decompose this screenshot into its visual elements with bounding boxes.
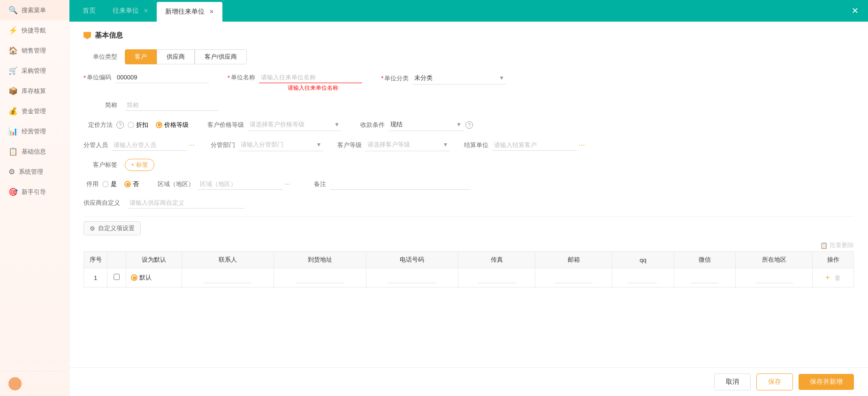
tab-partners[interactable]: 往来单位 ✕ xyxy=(104,0,157,22)
save-add-button[interactable]: 保存并新增 xyxy=(799,374,854,390)
tab-partners-close[interactable]: ✕ xyxy=(144,8,148,14)
sidebar-item-inventory[interactable]: 📦 库存核算 xyxy=(0,81,69,101)
row-qq[interactable] xyxy=(612,268,674,287)
manager-input[interactable] xyxy=(112,140,187,151)
col-action: 操作 xyxy=(813,252,854,268)
settlement-more-btn[interactable]: ··· xyxy=(577,141,586,149)
settlement-group: 结算单位 ··· xyxy=(464,140,586,151)
unit-type-row: 单位类型 客户 供应商 客户/供应商 xyxy=(84,49,854,64)
pricing-row: 定价方法 ? 折扣 价格等级 客户价格等级 请选择客户价格等级 xyxy=(84,118,854,131)
tab-home[interactable]: 首页 xyxy=(74,0,104,22)
cancel-button[interactable]: 取消 xyxy=(714,373,751,390)
window-close-button[interactable]: ✕ xyxy=(847,6,863,16)
row-location-input[interactable] xyxy=(755,272,793,283)
row-add-btn[interactable]: + xyxy=(825,273,830,281)
pricing-help-icon[interactable]: ? xyxy=(116,121,124,129)
batch-delete-label[interactable]: 批量删除 xyxy=(830,241,854,249)
sidebar-item-system[interactable]: ⚙ 系统管理 xyxy=(0,162,69,182)
row-contact[interactable] xyxy=(182,268,274,287)
basic-info-icon: 📋 xyxy=(8,147,18,156)
region-input[interactable] xyxy=(198,179,282,190)
tag-add-btn[interactable]: + 标签 xyxy=(125,159,154,171)
row-location[interactable] xyxy=(736,268,813,287)
row-delete-btn[interactable]: 🗑 xyxy=(834,274,841,281)
unit-btn-supplier[interactable]: 供应商 xyxy=(157,49,195,64)
disabled-radio-yes[interactable]: 是 xyxy=(102,180,117,188)
row-check[interactable] xyxy=(114,274,120,280)
col-contact: 联系人 xyxy=(182,252,274,268)
pricing-radio-discount[interactable]: 折扣 xyxy=(128,121,148,129)
radio-yes-circle xyxy=(102,181,109,187)
unit-category-value: 未分类 xyxy=(414,74,497,82)
custom-settings-btn[interactable]: ⚙ 自定义项设置 xyxy=(84,221,141,235)
payment-terms-select[interactable]: 现结 ▼ xyxy=(388,118,464,131)
settlement-label: 结算单位 xyxy=(464,141,492,149)
disabled-radio-group: 是 否 xyxy=(102,180,139,188)
sidebar-item-quick-nav[interactable]: ⚡ 快捷导航 xyxy=(0,20,69,40)
cust-level-arrow: ▼ xyxy=(442,141,448,148)
row-phone-input[interactable] xyxy=(388,272,435,283)
row-address[interactable] xyxy=(274,268,366,287)
col-seq: 序号 xyxy=(84,252,107,268)
sidebar-item-search[interactable]: 🔍 搜索菜单 xyxy=(0,0,69,20)
row-email-input[interactable] xyxy=(555,272,593,283)
row-checkbox[interactable] xyxy=(107,268,126,287)
sidebar-item-purchase[interactable]: 🛒 采购管理 xyxy=(0,61,69,81)
sidebar-item-guide[interactable]: 🎯 新手引导 xyxy=(0,182,69,202)
tab-new-partner[interactable]: 新增往来单位 ✕ xyxy=(157,2,222,22)
row-contact-input[interactable] xyxy=(204,272,251,283)
unit-category-select[interactable]: 未分类 ▼ xyxy=(412,72,506,85)
sidebar-item-finance[interactable]: 💰 资金管理 xyxy=(0,101,69,121)
col-region: 所在地区 xyxy=(736,252,813,268)
disabled-label: 停用 xyxy=(84,180,102,188)
col-checkbox xyxy=(107,252,126,268)
cust-price-level-arrow: ▼ xyxy=(334,121,340,128)
system-icon: ⚙ xyxy=(8,167,15,176)
short-name-input[interactable] xyxy=(125,100,219,111)
tags-label: 客户标签 xyxy=(84,161,121,169)
settlement-input[interactable] xyxy=(492,140,577,151)
payment-help-icon[interactable]: ? xyxy=(465,121,473,129)
unit-category-group: * 单位分类 未分类 ▼ xyxy=(381,72,506,85)
sidebar-item-sales[interactable]: 🏠 销售管理 xyxy=(0,40,69,61)
col-address: 到货地址 xyxy=(274,252,366,268)
unit-btn-both[interactable]: 客户/供应商 xyxy=(195,49,247,64)
disabled-radio-no[interactable]: 否 xyxy=(124,180,139,188)
settings-gear-icon: ⚙ xyxy=(90,225,95,232)
tab-new-partner-close[interactable]: ✕ xyxy=(209,8,214,15)
payment-terms-group: 收款条件 现结 ▼ ? xyxy=(360,118,473,131)
row-qq-input[interactable] xyxy=(629,272,657,283)
region-label: 区域（地区） xyxy=(158,180,198,188)
sidebar-bottom xyxy=(0,371,69,396)
cust-price-level-label: 客户价格等级 xyxy=(207,121,248,129)
batch-delete-icon: 📋 xyxy=(820,242,828,249)
unit-name-input[interactable] xyxy=(259,72,362,83)
row-phone[interactable] xyxy=(366,268,458,287)
unit-code-input[interactable] xyxy=(115,72,209,83)
dept-select[interactable]: 请输入分管部门 ▼ xyxy=(239,139,323,151)
supplier-custom-input[interactable] xyxy=(128,197,245,209)
region-more-btn[interactable]: ··· xyxy=(282,180,292,188)
pricing-radio-price-level[interactable]: 价格等级 xyxy=(156,121,189,129)
row-fax[interactable] xyxy=(458,268,535,287)
cust-level-select[interactable]: 请选择客户等级 ▼ xyxy=(365,139,450,151)
sidebar-item-basic-info[interactable]: 📋 基础信息 xyxy=(0,141,69,162)
row-address-input[interactable] xyxy=(297,272,343,283)
row-default-radio[interactable]: 默认 xyxy=(131,273,177,282)
unit-btn-customer[interactable]: 客户 xyxy=(125,49,157,64)
row-wechat-input[interactable] xyxy=(691,272,719,283)
row-email[interactable] xyxy=(535,268,612,287)
sidebar: 🔍 搜索菜单 ⚡ 快捷导航 🏠 销售管理 🛒 采购管理 📦 库存核算 💰 资金管… xyxy=(0,0,69,396)
save-button[interactable]: 保存 xyxy=(756,373,793,390)
cust-price-level-select[interactable]: 请选择客户价格等级 ▼ xyxy=(248,118,342,131)
manager-more-btn[interactable]: ··· xyxy=(187,141,197,149)
remarks-group: 备注 xyxy=(311,179,471,190)
remarks-input[interactable] xyxy=(330,179,471,190)
row-fax-input[interactable] xyxy=(478,272,516,283)
dept-arrow: ▼ xyxy=(316,141,321,148)
sidebar-item-operations[interactable]: 📊 经营管理 xyxy=(0,121,69,141)
finance-icon: 💰 xyxy=(8,107,18,116)
row-wechat[interactable] xyxy=(674,268,736,287)
contacts-table: 序号 设为默认 联系人 到货地址 电话号码 传真 邮箱 qq 微信 所在地区 操… xyxy=(84,251,854,287)
unit-category-label: 单位分类 xyxy=(384,74,412,83)
